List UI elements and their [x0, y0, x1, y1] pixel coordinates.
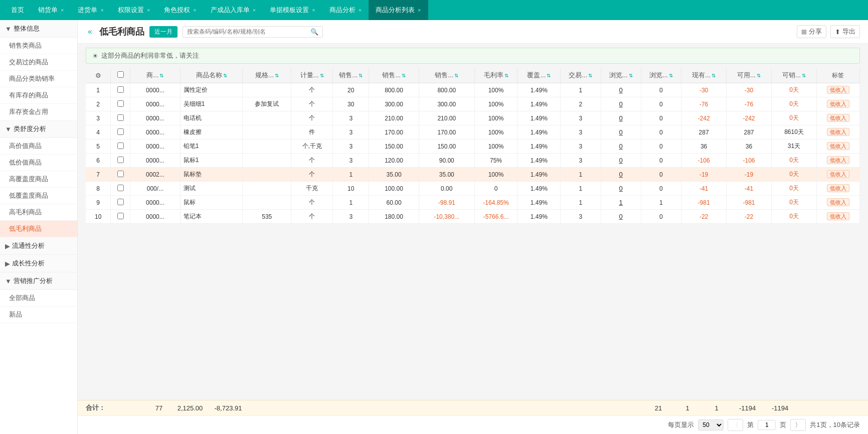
browse1-link[interactable]: 0 — [619, 157, 623, 164]
nav-close-role-auth[interactable]: × — [193, 7, 196, 13]
nav-sales-order[interactable]: 销货单 × — [31, 0, 71, 20]
browse1-link[interactable]: 1 — [619, 199, 623, 206]
row-checkbox[interactable] — [117, 171, 124, 177]
th-sales-qty[interactable]: 销售...⇅ — [333, 68, 369, 83]
th-checkbox[interactable] — [111, 68, 130, 83]
row-check[interactable] — [111, 97, 130, 111]
th-code[interactable]: 商...⇅ — [130, 68, 181, 83]
row-name[interactable]: 鼠标1 — [180, 154, 243, 168]
row-browse1[interactable]: 0 — [601, 125, 641, 139]
th-browse1[interactable]: 浏览...⇅ — [601, 68, 641, 83]
row-check[interactable] — [111, 125, 130, 139]
search-input[interactable] — [187, 28, 308, 35]
select-all-checkbox[interactable] — [117, 71, 124, 78]
sidebar-item-stock-capital[interactable]: 库存资金占用 — [0, 104, 77, 120]
row-browse1[interactable]: 0 — [601, 111, 641, 125]
row-checkbox[interactable] — [117, 100, 124, 107]
row-name[interactable]: 测试 — [180, 182, 243, 196]
nav-close-template-settings[interactable]: × — [312, 7, 315, 13]
nav-home[interactable]: 首页 — [4, 0, 31, 20]
nav-product-analysis[interactable]: 商品分析 × — [322, 0, 369, 20]
row-name[interactable]: 橡皮擦 — [180, 125, 243, 139]
row-check[interactable] — [111, 111, 130, 125]
sidebar-item-in-stock[interactable]: 有库存的商品 — [0, 87, 77, 104]
th-gross-margin[interactable]: 毛利率⇅ — [474, 68, 517, 83]
sidebar-item-high-coverage[interactable]: 高覆盖度商品 — [0, 171, 77, 188]
browse1-link[interactable]: 0 — [619, 100, 623, 108]
nav-finished-goods[interactable]: 产成品入库单 × — [204, 0, 263, 20]
th-name[interactable]: 商品名称⇅ — [180, 68, 243, 83]
th-saleable[interactable]: 可销...⇅ — [772, 68, 817, 83]
row-name[interactable]: 鼠标垫 — [180, 168, 243, 182]
nav-permissions[interactable]: 权限设置 × — [111, 0, 157, 20]
nav-close-product-analysis[interactable]: × — [359, 7, 362, 13]
gear-icon[interactable]: ⚙ — [95, 72, 101, 79]
prev-page-btn[interactable]: 〈 — [728, 419, 743, 431]
nav-close-purchase-order[interactable]: × — [100, 7, 103, 13]
sidebar-item-traded-products[interactable]: 交易过的商品 — [0, 54, 77, 71]
sidebar-item-all-products[interactable]: 全部商品 — [0, 290, 77, 307]
row-check[interactable] — [111, 139, 130, 154]
row-checkbox[interactable] — [117, 199, 124, 205]
next-page-btn[interactable]: 〉 — [790, 419, 806, 431]
nav-close-sales-order[interactable]: × — [61, 7, 64, 13]
th-sales-cost[interactable]: 销售...⇅ — [369, 68, 419, 83]
sidebar-group-flow[interactable]: ▶ 流通性分析 — [0, 237, 77, 255]
row-check[interactable] — [111, 196, 130, 210]
row-checkbox[interactable] — [117, 157, 124, 163]
sidebar-group-overall[interactable]: ▼ 整体信息 — [0, 20, 77, 38]
browse1-link[interactable]: 0 — [619, 114, 623, 122]
row-name[interactable]: 吴细细1 — [180, 97, 243, 111]
browse1-link[interactable]: 0 — [619, 185, 623, 192]
nav-template-settings[interactable]: 单据模板设置 × — [263, 0, 322, 20]
browse1-link[interactable]: 0 — [619, 171, 623, 178]
nav-role-auth[interactable]: 角色授权 × — [157, 0, 203, 20]
nav-product-analysis-list[interactable]: 商品分析列表 × — [369, 0, 428, 20]
row-name[interactable]: 鼠标 — [180, 196, 243, 210]
th-trade[interactable]: 交易...⇅ — [561, 68, 601, 83]
th-available[interactable]: 可用...⇅ — [727, 68, 772, 83]
row-checkbox[interactable] — [117, 86, 124, 93]
row-browse1[interactable]: 0 — [601, 168, 641, 182]
sidebar-group-comfort[interactable]: ▼ 类舒度分析 — [0, 120, 77, 138]
th-current-stock[interactable]: 现有...⇅ — [681, 68, 727, 83]
row-browse1[interactable]: 1 — [601, 196, 641, 210]
share-button[interactable]: ⊞ 分享 — [797, 25, 826, 38]
sidebar-item-high-value[interactable]: 高价值商品 — [0, 138, 77, 155]
sidebar-item-sales-products[interactable]: 销售类商品 — [0, 38, 77, 54]
row-checkbox[interactable] — [117, 114, 124, 121]
row-checkbox[interactable] — [117, 142, 124, 149]
th-gear[interactable]: ⚙ — [86, 68, 111, 83]
sidebar-group-marketing[interactable]: ▼ 营销推广分析 — [0, 272, 77, 290]
nav-close-product-analysis-list[interactable]: × — [418, 7, 421, 13]
sidebar-item-low-coverage[interactable]: 低覆盖度商品 — [0, 188, 77, 204]
th-browse2[interactable]: 浏览...⇅ — [641, 68, 681, 83]
sidebar-item-low-margin[interactable]: 低毛利商品 — [0, 221, 77, 237]
row-checkbox[interactable] — [117, 185, 124, 191]
row-name[interactable]: 属性定价 — [180, 83, 243, 97]
row-name[interactable]: 笔记本 — [180, 210, 243, 224]
page-number-input[interactable] — [758, 420, 776, 430]
row-browse1[interactable]: 0 — [601, 139, 641, 154]
browse1-link[interactable]: 0 — [619, 213, 623, 220]
th-coverage[interactable]: 覆盖...⇅ — [517, 68, 561, 83]
row-name[interactable]: 电话机 — [180, 111, 243, 125]
row-name[interactable]: 铅笔1 — [180, 139, 243, 154]
row-browse1[interactable]: 0 — [601, 154, 641, 168]
nav-close-permissions[interactable]: × — [147, 7, 150, 13]
collapse-sidebar-btn[interactable]: « — [86, 27, 94, 36]
row-browse1[interactable]: 0 — [601, 182, 641, 196]
row-check[interactable] — [111, 168, 130, 182]
nav-close-finished-goods[interactable]: × — [253, 7, 256, 13]
row-check[interactable] — [111, 182, 130, 196]
row-browse1[interactable]: 0 — [601, 83, 641, 97]
browse1-link[interactable]: 0 — [619, 128, 623, 136]
browse1-link[interactable]: 0 — [619, 142, 623, 150]
row-checkbox[interactable] — [117, 128, 124, 135]
row-browse1[interactable]: 0 — [601, 97, 641, 111]
period-button[interactable]: 近一月 — [149, 26, 178, 38]
row-check[interactable] — [111, 83, 130, 97]
row-checkbox[interactable] — [117, 213, 124, 219]
th-spec[interactable]: 规格...⇅ — [243, 68, 291, 83]
sidebar-item-category-sales-rate[interactable]: 商品分类助销率 — [0, 71, 77, 87]
